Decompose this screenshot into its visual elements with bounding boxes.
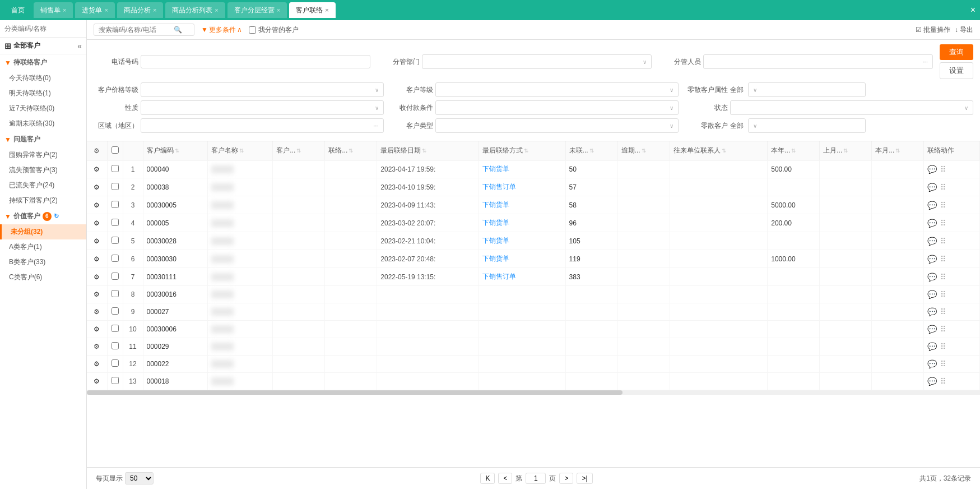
th-this-month[interactable]: 本月...⇅ [872, 141, 924, 160]
last-type-link[interactable]: 下销售订单 [482, 183, 516, 191]
tab-home[interactable]: 首页 [4, 2, 31, 18]
th-settings[interactable]: ⚙ [87, 141, 107, 160]
manager-select[interactable]: ··· [703, 54, 933, 69]
chat-icon[interactable]: 💬 [927, 201, 937, 210]
more-icon[interactable]: ⠿ [940, 201, 946, 210]
nature-select[interactable]: ∨ [141, 100, 384, 115]
last-type-link[interactable]: 下销货单 [482, 219, 509, 227]
more-icon[interactable]: ⠿ [940, 359, 946, 368]
th-contact[interactable]: 联络...⇅ [325, 141, 377, 160]
my-customers-checkbox[interactable]: 我分管的客户 [249, 25, 299, 35]
row-settings[interactable]: ⚙ [87, 356, 107, 373]
export-btn[interactable]: ↓ 导出 [955, 25, 973, 35]
row-settings[interactable]: ⚙ [87, 250, 107, 268]
row-checkbox[interactable] [112, 201, 119, 208]
sidebar-item-hoarding-anomaly[interactable]: 囤购异常客户(2) [0, 147, 86, 163]
close-customer-segment-icon[interactable]: × [277, 7, 280, 13]
row-settings[interactable]: ⚙ [87, 373, 107, 390]
tab-customer-segment[interactable]: 客户分层经营 × [227, 2, 287, 18]
th-code[interactable]: 客户编码⇅ [143, 141, 208, 160]
sidebar-all-customers[interactable]: ⊞ 全部客户 « [0, 38, 86, 54]
chat-icon[interactable]: 💬 [927, 342, 937, 351]
manager-ellipsis[interactable]: ··· [922, 58, 928, 66]
query-btn[interactable]: 查询 [940, 44, 973, 60]
more-icon[interactable]: ⠿ [940, 237, 946, 246]
customer-type-select[interactable]: ∨ [435, 118, 679, 133]
row-checkbox[interactable] [112, 255, 119, 262]
last-page-btn[interactable]: >| [577, 473, 592, 484]
status-select[interactable]: ∨ [730, 100, 973, 115]
reset-btn[interactable]: 设置 [940, 62, 973, 79]
row-checkbox[interactable] [112, 290, 119, 297]
refresh-icon[interactable]: ↻ [54, 213, 59, 220]
row-checkbox[interactable] [112, 237, 119, 244]
th-overdue[interactable]: 逾期...⇅ [617, 141, 670, 160]
row-settings[interactable]: ⚙ [87, 338, 107, 356]
horizontal-scrollbar[interactable] [87, 390, 980, 395]
sidebar-item-class-b[interactable]: B类客户(33) [0, 255, 86, 270]
sidebar-item-class-a[interactable]: A类客户(1) [0, 239, 86, 255]
chat-icon[interactable]: 💬 [927, 307, 937, 316]
dept-select[interactable]: ∨ [422, 54, 652, 69]
tab-customer-contact[interactable]: 客户联络 × [289, 2, 335, 18]
sidebar-item-overdue[interactable]: 逾期未联络(30) [0, 116, 86, 131]
row-checkbox[interactable] [112, 307, 119, 315]
row-checkbox[interactable] [112, 377, 119, 384]
last-type-link[interactable]: 下销货单 [482, 237, 509, 245]
row-settings[interactable]: ⚙ [87, 321, 107, 338]
next-page-btn[interactable]: > [559, 473, 573, 484]
sidebar-item-ungrouped[interactable]: 未分组(32) [0, 224, 86, 239]
sidebar-item-churned[interactable]: 已流失客户(24) [0, 178, 86, 193]
my-customers-check[interactable] [249, 26, 256, 34]
row-checkbox-cell[interactable] [107, 160, 123, 178]
customer-level-select[interactable]: ∨ [435, 82, 679, 97]
row-settings[interactable]: ⚙ [87, 178, 107, 196]
chat-icon[interactable]: 💬 [927, 325, 937, 334]
last-type-link[interactable]: 下销售订单 [482, 273, 516, 280]
row-checkbox[interactable] [112, 165, 119, 172]
sidebar-item-declining[interactable]: 持续下滑客户(2) [0, 193, 86, 208]
th-checkbox[interactable] [107, 141, 123, 160]
row-checkbox-cell[interactable] [107, 338, 123, 356]
search-icon[interactable]: 🔍 [174, 26, 182, 34]
price-level-select[interactable]: ∨ [141, 82, 384, 97]
row-checkbox-cell[interactable] [107, 373, 123, 390]
row-checkbox-cell[interactable] [107, 303, 123, 321]
more-icon[interactable]: ⠿ [940, 290, 946, 299]
close-product-analysis-icon[interactable]: × [153, 7, 156, 13]
row-checkbox[interactable] [112, 273, 119, 280]
chat-icon[interactable]: 💬 [927, 359, 937, 368]
sidebar-item-today[interactable]: 今天待联络(0) [0, 71, 86, 86]
batch-ops-btn[interactable]: ☑ 批量操作 [916, 25, 950, 35]
more-icon[interactable]: ⠿ [940, 219, 946, 228]
row-settings[interactable]: ⚙ [87, 160, 107, 178]
tab-product-analysis[interactable]: 商品分析 × [117, 2, 163, 18]
select-all-checkbox[interactable] [112, 146, 119, 154]
chat-icon[interactable]: 💬 [927, 165, 937, 174]
scrollbar-thumb[interactable] [87, 390, 623, 395]
chat-icon[interactable]: 💬 [927, 219, 937, 228]
th-last-date[interactable]: 最后联络日期⇅ [377, 141, 479, 160]
more-icon[interactable]: ⠿ [940, 165, 946, 174]
chat-icon[interactable]: 💬 [927, 273, 937, 282]
row-checkbox[interactable] [112, 342, 119, 349]
last-type-link[interactable]: 下销货单 [482, 255, 509, 262]
more-icon[interactable]: ⠿ [940, 183, 946, 192]
th-name[interactable]: 客户名称⇅ [208, 141, 273, 160]
retail-attr-select[interactable]: ∨ [748, 82, 866, 97]
search-input[interactable] [99, 26, 171, 34]
phone-input[interactable] [141, 55, 370, 68]
more-icon[interactable]: ⠿ [940, 342, 946, 351]
row-settings[interactable]: ⚙ [87, 286, 107, 303]
sidebar-search-input[interactable] [4, 25, 87, 33]
more-icon[interactable]: ⠿ [940, 307, 946, 316]
row-checkbox-cell[interactable] [107, 356, 123, 373]
row-settings[interactable]: ⚙ [87, 196, 107, 214]
row-settings[interactable]: ⚙ [87, 214, 107, 232]
row-settings[interactable]: ⚙ [87, 268, 107, 286]
close-all-btn[interactable]: × [970, 5, 976, 15]
tab-purchase[interactable]: 进货单 × [75, 2, 114, 18]
row-checkbox[interactable] [112, 183, 119, 190]
row-checkbox-cell[interactable] [107, 214, 123, 232]
row-settings[interactable]: ⚙ [87, 232, 107, 250]
